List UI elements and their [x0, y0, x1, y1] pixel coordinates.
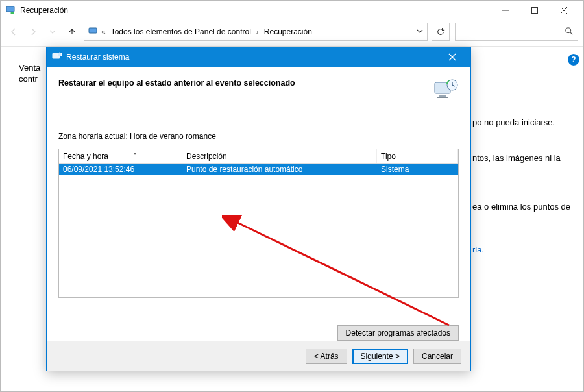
bg-text: ea o elimina los puntos de	[472, 202, 570, 212]
cell-description: Punto de restauración automático	[182, 165, 377, 174]
system-restore-dialog: Restaurar sistema Restaurar el equipo al…	[46, 47, 471, 371]
minimize-button[interactable]	[491, 1, 520, 20]
bg-link[interactable]: rla.	[472, 245, 484, 254]
dialog-title-text: Restaurar sistema	[66, 53, 439, 62]
bg-text: po no pueda iniciarse.	[472, 117, 555, 127]
address-icon	[88, 26, 99, 38]
close-button[interactable]	[549, 1, 578, 20]
dialog-titlebar[interactable]: Restaurar sistema	[47, 47, 470, 67]
bg-text: ntos, las imágenes ni la	[472, 153, 561, 163]
chevron-right-icon: ›	[254, 27, 262, 36]
dialog-close-button[interactable]	[439, 47, 465, 67]
svg-point-6	[566, 27, 571, 32]
breadcrumb-parent[interactable]: Todos los elementos de Panel de control	[108, 27, 254, 36]
navigation-row: « Todos los elementos de Panel de contro…	[1, 20, 583, 47]
outer-title-text: Recuperación	[20, 6, 491, 15]
recovery-icon	[6, 5, 16, 17]
address-bar[interactable]: « Todos los elementos de Panel de contro…	[84, 23, 428, 41]
cancel-button[interactable]: Cancelar	[413, 349, 461, 364]
computer-clock-icon	[433, 79, 459, 103]
detect-row: Detectar programas afectados	[47, 323, 470, 341]
restore-point-row[interactable]: 06/09/2021 13:52:46 Punto de restauració…	[59, 164, 458, 175]
nav-up-button[interactable]	[64, 24, 80, 40]
detect-affected-button[interactable]: Detectar programas afectados	[337, 325, 459, 341]
timezone-label: Zona horaria actual: Hora de verano roma…	[58, 132, 459, 141]
breadcrumb-current[interactable]: Recuperación	[262, 27, 315, 36]
dialog-footer: < Atrás Siguiente > Cancelar	[47, 341, 470, 371]
sort-desc-icon: ▾	[134, 151, 136, 156]
nav-back-button[interactable]	[6, 24, 21, 40]
address-dropdown-icon[interactable]	[417, 27, 423, 36]
nav-recent-dropdown[interactable]	[45, 24, 60, 40]
dialog-header-text: Restaurar el equipo al estado anterior a…	[58, 79, 295, 88]
maximize-button[interactable]	[520, 1, 549, 20]
svg-rect-5	[89, 28, 97, 33]
svg-rect-14	[437, 97, 448, 98]
column-description[interactable]: Descripción	[182, 149, 377, 163]
svg-rect-0	[6, 6, 14, 12]
column-date[interactable]: Fecha y hora ▾	[59, 149, 182, 163]
column-type[interactable]: Tipo	[377, 149, 458, 163]
bg-text: contr	[19, 74, 38, 84]
restore-icon	[52, 51, 62, 64]
refresh-button[interactable]	[432, 23, 450, 41]
help-icon[interactable]: ?	[568, 54, 579, 66]
outer-sysbuttons	[491, 1, 578, 20]
dialog-header: Restaurar el equipo al estado anterior a…	[47, 67, 470, 121]
cell-type: Sistema	[377, 165, 458, 174]
search-icon	[565, 27, 574, 38]
svg-rect-2	[531, 8, 537, 14]
outer-titlebar: Recuperación	[1, 1, 583, 20]
bg-text: Venta	[19, 63, 40, 73]
list-header: Fecha y hora ▾ Descripción Tipo	[59, 149, 458, 164]
svg-rect-13	[439, 95, 446, 97]
restore-points-list: Fecha y hora ▾ Descripción Tipo 06/09/20…	[58, 149, 459, 298]
nav-forward-button[interactable]	[25, 24, 41, 40]
search-box[interactable]	[455, 23, 578, 41]
control-panel-window: Recuperación « Todos los elementos de Pa…	[0, 0, 584, 392]
svg-point-9	[58, 53, 62, 56]
svg-line-7	[570, 32, 573, 34]
dialog-body: Zona horaria actual: Hora de verano roma…	[47, 121, 470, 323]
chevron-left-icon: «	[99, 27, 108, 36]
back-button[interactable]: < Atrás	[306, 349, 347, 364]
cell-date: 06/09/2021 13:52:46	[59, 165, 182, 174]
next-button[interactable]: Siguiente >	[352, 349, 408, 364]
